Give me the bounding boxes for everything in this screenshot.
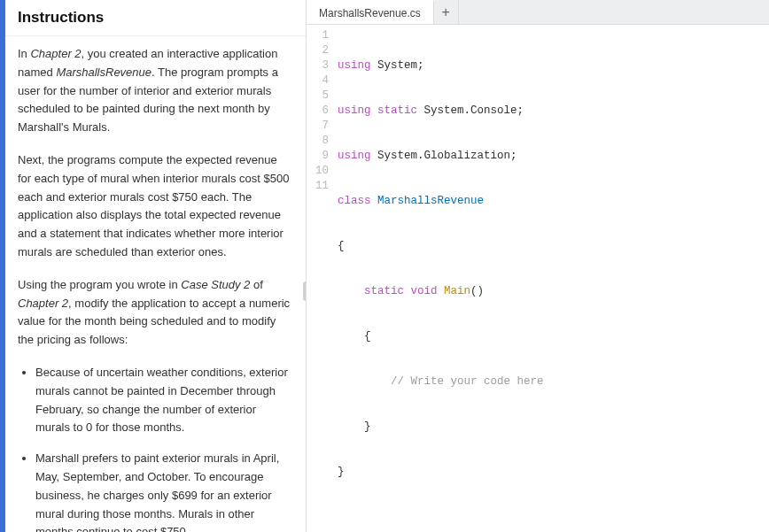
text: System.Globalization; [371, 150, 517, 162]
text: of [250, 278, 262, 291]
code-editor[interactable]: 1 2 3 4 5 6 7 8 9 10 11 using System; us… [307, 25, 769, 532]
instructions-panel: Instructions In Chapter 2, you created a… [5, 0, 307, 532]
type: MarshallsRevenue [377, 195, 484, 207]
comment: // Write your code here [391, 375, 544, 388]
indent [338, 375, 391, 388]
keyword: static [364, 285, 404, 297]
code-line: } [338, 420, 762, 435]
line-number: 7 [315, 119, 329, 134]
brace: { [364, 330, 371, 343]
keyword: static [377, 104, 417, 117]
text: System; [371, 59, 424, 72]
instructions-body: In Chapter 2, you created an interactive… [5, 36, 306, 532]
code-line: using static System.Console; [338, 104, 762, 119]
line-number: 11 [315, 179, 329, 194]
keyword: using [338, 59, 371, 72]
indent [338, 330, 364, 343]
text: Using the program you wrote in [18, 278, 181, 291]
chapter-ref: Chapter 2 [30, 47, 81, 60]
brace: { [338, 240, 345, 252]
line-number: 2 [315, 43, 329, 58]
text: System.Console; [417, 104, 524, 117]
line-number: 3 [315, 58, 329, 73]
instructions-list: Because of uncertain weather conditions,… [18, 364, 293, 532]
paren: () [470, 285, 484, 297]
indent [338, 420, 364, 433]
keyword: void [411, 285, 438, 297]
brace: } [338, 466, 345, 478]
code-line: { [338, 239, 762, 254]
code-line: { [338, 329, 762, 344]
add-tab-button[interactable]: + [434, 0, 459, 24]
instructions-para-3: Using the program you wrote in Case Stud… [18, 276, 293, 350]
instructions-para-2: Next, the programs compute the expected … [18, 151, 293, 262]
code-line: // Write your code here [338, 374, 762, 389]
line-number: 6 [315, 104, 329, 119]
keyword: using [338, 104, 371, 117]
line-number: 10 [315, 164, 329, 179]
indent [338, 285, 364, 297]
code-line: } [338, 465, 762, 480]
line-number: 5 [315, 89, 329, 104]
brace: } [364, 420, 371, 433]
editor-panel: MarshallsRevenue.cs + 1 2 3 4 5 6 7 8 9 … [307, 0, 769, 532]
keyword: using [338, 150, 371, 162]
keyword: class [338, 195, 371, 207]
program-name: MarshallsRevenue [56, 66, 151, 79]
code-content[interactable]: using System; using static System.Consol… [336, 25, 769, 532]
method: Main [444, 285, 470, 297]
line-gutter: 1 2 3 4 5 6 7 8 9 10 11 [307, 25, 336, 532]
list-item: Because of uncertain weather conditions,… [35, 364, 293, 437]
code-line: using System; [338, 58, 762, 73]
instructions-para-1: In Chapter 2, you created an interactive… [18, 45, 293, 137]
line-number: 9 [315, 149, 329, 164]
tab-bar: MarshallsRevenue.cs + [307, 0, 769, 25]
code-line [338, 510, 762, 525]
code-line: static void Main() [338, 284, 762, 299]
line-number: 1 [315, 28, 329, 43]
pane-resize-handle[interactable] [303, 281, 307, 301]
chapter-ref: Chapter 2 [18, 297, 68, 310]
instructions-title: Instructions [18, 9, 104, 27]
code-line: class MarshallsRevenue [338, 194, 762, 209]
text: In [18, 47, 30, 60]
line-number: 4 [315, 73, 329, 89]
instructions-header: Instructions [5, 0, 306, 36]
line-number: 8 [315, 134, 329, 149]
tab-marshallsrevenue[interactable]: MarshallsRevenue.cs [307, 0, 434, 24]
code-line: using System.Globalization; [338, 149, 762, 164]
list-item: Marshall prefers to paint exterior mural… [35, 450, 293, 532]
case-study-ref: Case Study 2 [181, 278, 250, 291]
